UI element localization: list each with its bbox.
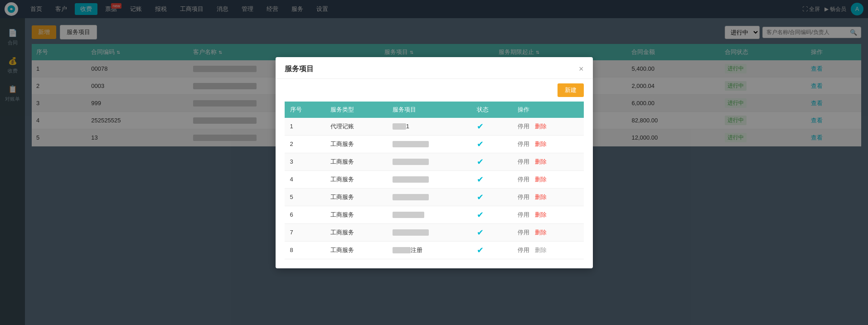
stop-button[interactable]: 停用 — [518, 194, 529, 200]
cell-modal-status: ✔ — [471, 223, 512, 241]
cell-modal-item: 1 — [387, 118, 472, 136]
status-check-icon: ✔ — [477, 157, 484, 166]
cell-modal-seq: 6 — [285, 206, 325, 223]
cell-modal-item — [387, 223, 472, 241]
list-item: 4 工商服务 ✔ 停用 删除 — [285, 170, 584, 188]
stop-button[interactable]: 停用 — [518, 229, 529, 236]
list-item: 3 工商服务 ✔ 停用 删除 — [285, 153, 584, 170]
cell-modal-seq: 4 — [285, 170, 325, 188]
cell-modal-type: 代理记账 — [325, 118, 387, 136]
cell-modal-item — [387, 153, 472, 170]
list-item: 6 工商服务 ✔ 停用 删除 — [285, 206, 584, 223]
cell-modal-action: 停用 删除 — [512, 206, 583, 223]
modal-close-button[interactable]: × — [579, 65, 584, 73]
list-item: 7 工商服务 ✔ 停用 删除 — [285, 223, 584, 241]
stop-button[interactable]: 停用 — [518, 176, 529, 183]
cell-modal-action: 停用 删除 — [512, 188, 583, 206]
cell-modal-action: 停用 删除 — [512, 118, 583, 136]
cell-modal-seq: 3 — [285, 153, 325, 170]
cell-modal-seq: 5 — [285, 188, 325, 206]
cell-modal-action: 停用 删除 — [512, 135, 583, 153]
cell-modal-type: 工商服务 — [325, 188, 387, 206]
cell-modal-item — [387, 188, 472, 206]
delete-button[interactable]: 删除 — [535, 194, 547, 200]
modal-col-action: 操作 — [512, 102, 583, 118]
modal-title: 服务项目 — [285, 64, 314, 74]
cell-modal-status: ✔ — [471, 135, 512, 153]
modal-new-button[interactable]: 新建 — [558, 83, 584, 97]
cell-modal-action: 停用 删除 — [512, 223, 583, 241]
cell-modal-seq: 1 — [285, 118, 325, 136]
cell-modal-type: 工商服务 — [325, 170, 387, 188]
modal-overlay[interactable]: 服务项目 × 新建 序号 服务类型 服务项目 状态 操作 1 代理记账 1 — [0, 0, 868, 325]
cell-modal-action: 停用 删除 — [512, 153, 583, 170]
cell-modal-type: 工商服务 — [325, 223, 387, 241]
cell-modal-seq: 7 — [285, 223, 325, 241]
service-items-table: 序号 服务类型 服务项目 状态 操作 1 代理记账 1 ✔ 停用 删除 2 工商… — [285, 102, 584, 259]
status-check-icon: ✔ — [477, 122, 484, 131]
list-item: 5 工商服务 ✔ 停用 删除 — [285, 188, 584, 206]
delete-button[interactable]: 删除 — [535, 123, 547, 130]
modal-col-item: 服务项目 — [387, 102, 472, 118]
stop-button[interactable]: 停用 — [518, 141, 529, 147]
delete-button[interactable]: 删除 — [535, 141, 547, 147]
stop-button[interactable]: 停用 — [518, 247, 529, 253]
cell-modal-item — [387, 170, 472, 188]
cell-modal-status: ✔ — [471, 188, 512, 206]
cell-modal-type: 工商服务 — [325, 153, 387, 170]
cell-modal-status: ✔ — [471, 241, 512, 259]
cell-modal-item — [387, 135, 472, 153]
modal-col-seq: 序号 — [285, 102, 325, 118]
cell-modal-type: 工商服务 — [325, 241, 387, 259]
cell-modal-status: ✔ — [471, 118, 512, 136]
stop-button[interactable]: 停用 — [518, 211, 529, 218]
status-check-icon: ✔ — [477, 246, 484, 255]
delete-button[interactable]: 删除 — [535, 176, 547, 183]
delete-button[interactable]: 删除 — [535, 211, 547, 218]
modal-col-type: 服务类型 — [325, 102, 387, 118]
modal-header: 服务项目 × — [276, 57, 593, 79]
delete-button[interactable]: 删除 — [535, 229, 547, 236]
cell-modal-status: ✔ — [471, 170, 512, 188]
stop-button[interactable]: 停用 — [518, 158, 529, 165]
service-items-modal: 服务项目 × 新建 序号 服务类型 服务项目 状态 操作 1 代理记账 1 — [276, 57, 593, 268]
modal-toolbar: 新建 — [276, 79, 593, 102]
cell-modal-type: 工商服务 — [325, 135, 387, 153]
status-check-icon: ✔ — [477, 140, 484, 149]
list-item: 1 代理记账 1 ✔ 停用 删除 — [285, 118, 584, 136]
modal-body: 序号 服务类型 服务项目 状态 操作 1 代理记账 1 ✔ 停用 删除 2 工商… — [276, 102, 593, 268]
cell-modal-type: 工商服务 — [325, 206, 387, 223]
cell-modal-action: 停用 删除 — [512, 170, 583, 188]
status-check-icon: ✔ — [477, 193, 484, 202]
modal-col-status: 状态 — [471, 102, 512, 118]
cell-modal-action: 停用 删除 — [512, 241, 583, 259]
cell-modal-seq: 2 — [285, 135, 325, 153]
status-check-icon: ✔ — [477, 210, 484, 219]
list-item: 2 工商服务 ✔ 停用 删除 — [285, 135, 584, 153]
delete-button[interactable]: 删除 — [535, 158, 547, 165]
cell-modal-seq: 8 — [285, 241, 325, 259]
delete-button[interactable]: 删除 — [535, 247, 547, 253]
status-check-icon: ✔ — [477, 175, 484, 184]
cell-modal-status: ✔ — [471, 206, 512, 223]
modal-table-header-row: 序号 服务类型 服务项目 状态 操作 — [285, 102, 584, 118]
status-check-icon: ✔ — [477, 228, 484, 237]
list-item: 8 工商服务 注册 ✔ 停用 删除 — [285, 241, 584, 259]
cell-modal-item: 注册 — [387, 241, 472, 259]
stop-button[interactable]: 停用 — [518, 123, 529, 130]
cell-modal-status: ✔ — [471, 153, 512, 170]
cell-modal-item — [387, 206, 472, 223]
